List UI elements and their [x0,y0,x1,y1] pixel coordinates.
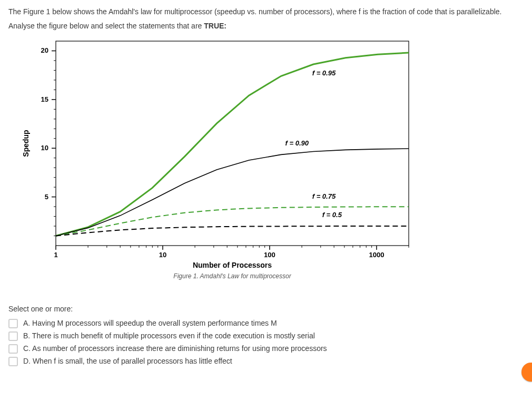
chart-frame [56,41,409,246]
figure-container: 51015201101001000f = 0.95f = 0.90f = 0.7… [8,35,524,282]
y-tick-label: 20 [41,46,48,54]
option-label-c: C. As number of processors increase ther… [23,343,327,354]
x-tick-label: 10 [159,251,166,259]
option-row-a: A. Having M processors will speedup the … [8,318,524,329]
checkbox-a[interactable] [8,319,18,328]
y-axis-label: Spedup [22,130,30,157]
series-line [56,226,409,236]
series-label: f = 0.5 [322,211,342,219]
option-row-b: B. There is much benefit of multiple pro… [8,330,524,342]
question-line-2-pre: Analyse the figure below and select the … [8,22,204,30]
option-label-b: B. There is much benefit of multiple pro… [23,330,315,342]
figure-caption: Figure 1. Amdahl's Law for multiprocesso… [173,272,291,280]
series-label: f = 0.90 [285,139,309,147]
question-line-2-strong: TRUE: [204,22,226,30]
x-tick-label: 1 [54,251,57,259]
y-tick-label: 10 [41,144,48,152]
series-line [56,149,409,236]
option-label-d: D. When f is small, the use of parallel … [23,356,232,367]
y-tick-label: 15 [41,95,48,103]
option-label-a: A. Having M processors will speedup the … [23,318,277,329]
checkbox-c[interactable] [8,344,18,354]
series-label: f = 0.95 [312,69,336,77]
checkbox-d[interactable] [8,357,18,366]
x-tick-label: 1000 [369,251,384,259]
series-line [56,53,409,236]
amdahl-chart: 51015201101001000f = 0.95f = 0.90f = 0.7… [8,35,419,282]
x-axis-label: Number of Processors [193,261,272,269]
series-label: f = 0.75 [312,192,336,200]
y-tick-label: 5 [45,193,48,201]
x-tick-label: 100 [264,251,275,259]
question-line-2: Analyse the figure below and select the … [8,21,524,32]
question-line-1: The Figure 1 below shows the Amdahl's la… [8,6,524,17]
option-row-c: C. As number of processors increase ther… [8,343,524,354]
select-prompt: Select one or more: [8,304,524,315]
options-list: A. Having M processors will speedup the … [8,318,524,367]
checkbox-b[interactable] [8,331,18,341]
series-line [56,207,409,236]
option-row-d: D. When f is small, the use of parallel … [8,356,524,367]
